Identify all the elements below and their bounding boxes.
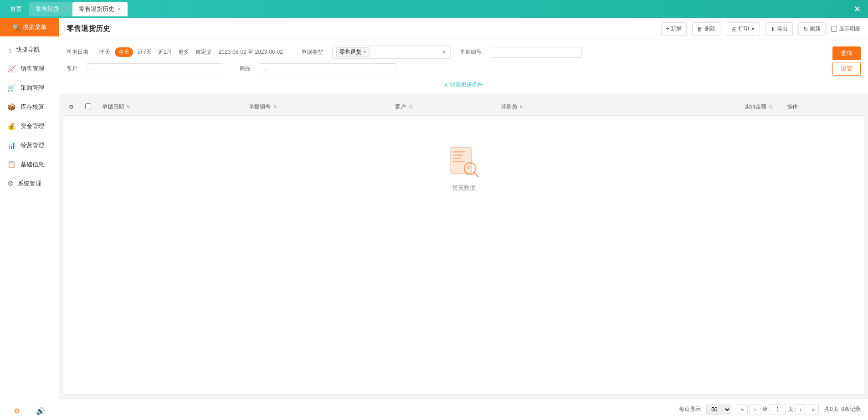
sidebar-item-label: 基础信息 bbox=[21, 160, 44, 169]
show-detail-label: 显示明细 bbox=[839, 25, 861, 33]
export-button[interactable]: ⬆ 导出 bbox=[765, 22, 793, 36]
settings-filter-button[interactable]: 设置 bbox=[832, 62, 861, 76]
new-button[interactable]: + 新增 bbox=[661, 22, 687, 36]
settings-filter-label: 设置 bbox=[841, 65, 853, 72]
sidebar-item-basic-info[interactable]: 📋 基础信息 bbox=[0, 155, 59, 174]
th-doc-no[interactable]: 单据编号 ⇅ bbox=[243, 98, 390, 116]
date-sort-icon: ⇅ bbox=[126, 104, 130, 109]
tab-retail-return-close[interactable]: ✕ bbox=[62, 6, 66, 12]
goods-select[interactable]: ... bbox=[260, 63, 396, 73]
first-page-button[interactable]: « bbox=[737, 404, 748, 415]
date-opt-today[interactable]: 今天 bbox=[115, 47, 133, 57]
sidebar-item-inventory[interactable]: 📦 库存核算 bbox=[0, 97, 59, 117]
page-header: 零售退货历史 + 新增 🗑 删除 🖨 打印 ▼ ⬆ 导出 bbox=[59, 18, 868, 40]
page-nav: « ‹ 第 页 › » bbox=[737, 404, 819, 415]
doc-type-tag-close[interactable]: ✕ bbox=[363, 50, 367, 55]
per-page-select[interactable]: 50 10 20 100 bbox=[706, 405, 731, 415]
chevron-up-icon: ∧ bbox=[444, 82, 448, 88]
date-options: 昨天 今天 近7天 近1月 更多 自定义 2023-06-02 至 2023-0… bbox=[98, 47, 283, 57]
show-detail-checkbox-label[interactable]: 显示明细 bbox=[831, 25, 861, 33]
sidebar-search[interactable]: 🔍 搜索菜单 bbox=[0, 18, 59, 36]
sidebar-item-system[interactable]: ⚙ 系统管理 bbox=[0, 174, 59, 193]
doc-type-select[interactable]: 零售退货 ✕ ▼ bbox=[332, 46, 451, 59]
total-records-label: 共0页, 0条记录 bbox=[824, 405, 861, 413]
delete-button[interactable]: 🗑 删除 bbox=[692, 22, 720, 36]
sidebar: 🔍 搜索菜单 ⌂ 快捷导航 📈 销售管理 🛒 采购管理 📦 库存核算 💰 bbox=[0, 18, 59, 420]
select-all-checkbox[interactable] bbox=[85, 103, 91, 109]
doc-type-filter-label: 单据类型 bbox=[301, 48, 323, 56]
svg-point-7 bbox=[467, 166, 470, 169]
customer-sort-icon: ⇅ bbox=[409, 104, 412, 109]
collapse-filter-button[interactable]: ∧ 收起更多条件 bbox=[444, 81, 483, 88]
last-page-button[interactable]: » bbox=[808, 404, 819, 415]
sidebar-item-label: 销售管理 bbox=[21, 65, 44, 73]
print-icon: 🖨 bbox=[731, 26, 736, 32]
volume-footer-icon[interactable]: 🔊 bbox=[36, 407, 45, 415]
per-page-label: 每页显示 bbox=[679, 405, 701, 413]
sidebar-nav: ⌂ 快捷导航 📈 销售管理 🛒 采购管理 📦 库存核算 💰 资金管理 📊 bbox=[0, 36, 59, 402]
th-actions: 操作 bbox=[781, 98, 864, 116]
doc-type-chevron-icon: ▼ bbox=[442, 50, 447, 55]
sidebar-item-label: 快捷导航 bbox=[16, 46, 40, 54]
sidebar-item-purchase[interactable]: 🛒 采购管理 bbox=[0, 78, 59, 97]
date-opt-custom[interactable]: 自定义 bbox=[194, 47, 214, 57]
customer-filter-label: 客户 bbox=[67, 65, 77, 72]
top-bar: 首页 零售退货 ✕ 零售退货历史 ✕ ✕ bbox=[0, 0, 868, 18]
tab-retail-return-history-close[interactable]: ✕ bbox=[117, 6, 121, 12]
svg-rect-4 bbox=[453, 161, 464, 163]
table-header: ⚙ 单据日期 ⇅ 单据编号 ⇅ bbox=[63, 98, 864, 116]
sales-icon: 📈 bbox=[7, 65, 16, 73]
filter-area: 单据日期 昨天 今天 近7天 近1月 更多 自定义 2023-06-02 至 2… bbox=[59, 40, 868, 94]
filter-row-1: 单据日期 昨天 今天 近7天 近1月 更多 自定义 2023-06-02 至 2… bbox=[67, 46, 825, 59]
window-close-button[interactable]: ✕ bbox=[850, 4, 864, 14]
settings-footer-icon[interactable]: ⚙ bbox=[14, 407, 20, 415]
tab-retail-return-label: 零售退货 bbox=[36, 5, 59, 13]
sidebar-item-finance[interactable]: 💰 资金管理 bbox=[0, 117, 59, 136]
th-guide[interactable]: 导购员 ⇅ bbox=[495, 98, 621, 116]
sidebar-footer: ⚙ 🔊 bbox=[0, 402, 59, 420]
date-opt-yesterday[interactable]: 昨天 bbox=[98, 47, 112, 57]
page-number-input[interactable] bbox=[770, 404, 786, 415]
export-icon: ⬆ bbox=[770, 26, 775, 32]
tab-retail-return[interactable]: 零售退货 ✕ bbox=[29, 2, 72, 16]
date-opt-1month[interactable]: 近1月 bbox=[156, 47, 174, 57]
date-opt-7days[interactable]: 近7天 bbox=[136, 47, 154, 57]
th-customer[interactable]: 客户 ⇅ bbox=[390, 98, 495, 116]
delete-button-label: 删除 bbox=[704, 25, 715, 33]
search-icon: 🔍 bbox=[12, 24, 20, 31]
export-button-label: 导出 bbox=[777, 25, 788, 33]
date-opt-more[interactable]: 更多 bbox=[176, 47, 191, 57]
inventory-icon: 📦 bbox=[7, 103, 16, 111]
sidebar-item-sales[interactable]: 📈 销售管理 bbox=[0, 59, 59, 78]
print-button[interactable]: 🖨 打印 ▼ bbox=[726, 22, 760, 36]
sidebar-item-label: 经营管理 bbox=[21, 141, 44, 149]
next-page-button[interactable]: › bbox=[795, 404, 806, 415]
page-actions: + 新增 🗑 删除 🖨 打印 ▼ ⬆ 导出 ↻ 刷新 bbox=[661, 22, 861, 36]
th-amount[interactable]: 实销金额 ⇅ bbox=[621, 98, 781, 116]
refresh-icon: ↻ bbox=[803, 26, 808, 32]
th-settings: ⚙ bbox=[63, 98, 80, 116]
th-actions-label: 操作 bbox=[787, 103, 798, 110]
show-detail-checkbox[interactable] bbox=[831, 26, 837, 32]
refresh-button[interactable]: ↻ 刷新 bbox=[798, 22, 826, 36]
svg-rect-2 bbox=[453, 154, 463, 156]
delete-icon: 🗑 bbox=[697, 26, 703, 32]
table-area: ⚙ 单据日期 ⇅ 单据编号 ⇅ bbox=[63, 98, 864, 394]
tab-home[interactable]: 首页 bbox=[4, 2, 28, 16]
th-date[interactable]: 单据日期 ⇅ bbox=[97, 98, 243, 116]
doc-type-tag: 零售退货 ✕ bbox=[336, 47, 370, 57]
empty-text: 暂无数据 bbox=[452, 184, 476, 192]
query-button[interactable]: 查询 bbox=[832, 46, 861, 60]
tab-retail-return-history[interactable]: 零售退货历史 ✕ bbox=[72, 2, 128, 16]
sidebar-item-operations[interactable]: 📊 经营管理 bbox=[0, 136, 59, 155]
amount-sort-icon: ⇅ bbox=[769, 104, 772, 109]
sidebar-item-quick-nav[interactable]: ⌂ 快捷导航 bbox=[0, 40, 59, 59]
prev-page-button[interactable]: ‹ bbox=[750, 404, 760, 415]
table-settings-icon[interactable]: ⚙ bbox=[69, 104, 74, 110]
doc-type-tag-label: 零售退货 bbox=[339, 48, 361, 56]
sidebar-item-label: 采购管理 bbox=[21, 84, 44, 92]
customer-select[interactable]: ... bbox=[87, 63, 223, 73]
doc-no-input[interactable] bbox=[491, 47, 582, 58]
doc-type-input[interactable] bbox=[372, 49, 440, 56]
tab-retail-return-history-label: 零售退货历史 bbox=[79, 5, 114, 13]
